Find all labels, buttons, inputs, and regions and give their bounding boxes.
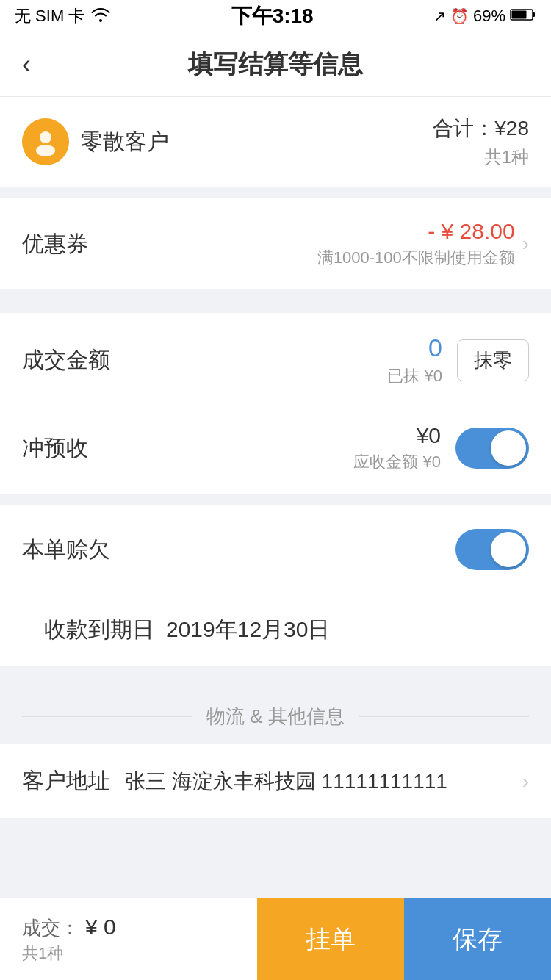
coupon-section: 优惠券 - ¥ 28.00 满1000-100不限制使用金额 › [0,198,551,289]
back-button[interactable]: ‹ [22,49,31,80]
bottom-deal-label: 成交： [22,915,79,941]
svg-rect-2 [512,11,527,19]
address-value: 张三 海淀永丰科技园 11111111111 [125,768,522,796]
amount-section: 成交金额 0 已抹 ¥0 抹零 冲预收 ¥0 应收金额 ¥0 [0,313,551,494]
wifi-icon [90,7,111,26]
debt-section: 本单赊欠 收款到期日 2019年12月30日 [0,505,551,666]
svg-point-3 [40,131,51,143]
round-button[interactable]: 抹零 [457,339,529,381]
save-button[interactable]: 保存 [404,898,551,981]
debt-toggle-knob [491,532,526,567]
customer-left: 零散客户 [22,118,169,165]
debt-label: 本单赊欠 [22,535,110,565]
address-section: 客户地址 张三 海淀永丰科技园 11111111111 › [0,744,551,818]
deal-amount-value: 0 [387,334,442,362]
deal-amount-label: 成交金额 [22,345,110,375]
deal-amount-sub: 已抹 ¥0 [387,365,442,387]
pre-receive-row: 冲预收 ¥0 应收金额 ¥0 [22,408,529,494]
bottom-count: 共1种 [22,943,235,965]
pre-receive-sub: 应收金额 ¥0 [353,451,441,473]
total-amount: 合计：¥28 [433,115,529,143]
status-bar: 无 SIM 卡 下午3:18 ↗ ⏰ 69% [0,0,551,32]
bottom-bar: 成交： ¥ 0 共1种 挂单 保存 [0,898,551,980]
pre-receive-right: ¥0 应收金额 ¥0 [353,423,529,473]
section-divider-3 [0,677,551,689]
debt-toggle[interactable] [455,529,529,570]
amount-row: 成交金额 0 已抹 ¥0 抹零 [22,313,529,408]
status-left: 无 SIM 卡 [15,5,111,27]
alarm-icon: ⏰ [450,7,469,25]
due-date-row: 收款到期日 2019年12月30日 [22,594,529,666]
section-divider-2 [0,494,551,505]
battery-text: 69% [473,7,505,26]
divider-line-right [359,716,529,717]
debt-row: 本单赊欠 [22,505,529,594]
total-count: 共1种 [433,145,529,169]
due-date-label: 收款到期日 [44,615,154,645]
svg-point-4 [36,145,55,156]
address-chevron-icon: › [522,770,529,793]
logistics-divider: 物流 & 其他信息 [0,689,551,744]
bottom-deal-amount: ¥ 0 [85,915,116,940]
amount-value-block: 0 已抹 ¥0 [387,334,442,387]
content: 零散客户 合计：¥28 共1种 优惠券 - ¥ 28.00 满1000-100不… [0,97,551,918]
customer-section: 零散客户 合计：¥28 共1种 [0,97,551,187]
toggle-knob [491,430,526,466]
divider-line-left [22,716,192,717]
coupon-label: 优惠券 [22,229,88,259]
nav-bar: ‹ 填写结算等信息 [0,32,551,97]
status-right: ↗ ⏰ 69% [433,6,536,26]
battery-icon [510,6,536,26]
status-time: 下午3:18 [231,2,314,30]
location-icon: ↗ [433,7,446,25]
address-label: 客户地址 [22,766,110,796]
signal-text: 无 SIM 卡 [15,5,84,27]
hang-order-button[interactable]: 挂单 [257,898,404,981]
customer-row: 零散客户 合计：¥28 共1种 [0,97,551,187]
coupon-discount: - ¥ 28.00 [317,219,515,244]
svg-rect-1 [533,12,535,17]
amount-row-right: 0 已抹 ¥0 抹零 [387,334,529,387]
coupon-desc: 满1000-100不限制使用金额 [317,247,515,269]
customer-avatar [22,118,69,165]
section-divider-1 [0,301,551,313]
page-title: 填写结算等信息 [188,48,363,82]
pre-receive-amount: ¥0 [353,423,441,448]
pre-receive-label: 冲预收 [22,433,88,464]
customer-right: 合计：¥28 共1种 [433,115,529,169]
address-row[interactable]: 客户地址 张三 海淀永丰科技园 11111111111 › [0,744,551,818]
due-date-value: 2019年12月30日 [166,615,330,645]
chevron-right-icon: › [522,232,529,256]
customer-name: 零散客户 [81,127,169,157]
coupon-right: - ¥ 28.00 满1000-100不限制使用金额 › [317,219,529,269]
pre-receive-toggle[interactable] [455,428,529,469]
logistics-text: 物流 & 其他信息 [192,704,359,729]
bottom-info: 成交： ¥ 0 共1种 [0,915,257,965]
pre-receive-values: ¥0 应收金额 ¥0 [353,423,441,473]
coupon-row[interactable]: 优惠券 - ¥ 28.00 满1000-100不限制使用金额 › [0,198,551,289]
coupon-info: - ¥ 28.00 满1000-100不限制使用金额 [317,219,515,269]
